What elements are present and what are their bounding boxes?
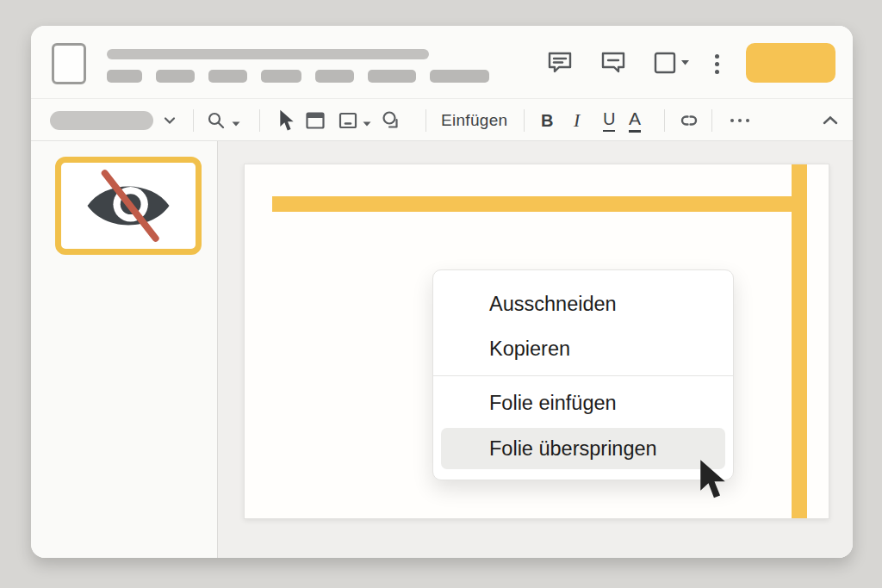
kebab-menu-icon[interactable]	[713, 50, 720, 77]
comment-icon[interactable]	[546, 49, 574, 77]
app-header	[31, 26, 853, 98]
chevron-down-icon[interactable]	[162, 113, 177, 128]
toolbar-divider	[193, 109, 194, 132]
editing-canvas: Ausschneiden Kopieren Folie einfügen Fol…	[218, 141, 853, 558]
share-button[interactable]	[746, 43, 835, 83]
toolbar-divider	[711, 109, 712, 132]
menu-divider	[433, 375, 733, 376]
select-tool-icon[interactable]	[277, 109, 296, 132]
toolbar-divider	[425, 109, 426, 132]
menu-item-placeholder[interactable]	[261, 70, 301, 83]
present-button[interactable]	[653, 51, 690, 75]
menu-item-skip-slide[interactable]: Folie überspringen	[441, 428, 725, 469]
menu-bar-placeholder	[107, 70, 489, 83]
toolbar-divider	[524, 109, 525, 132]
app-logo-icon[interactable]	[52, 43, 86, 84]
slide-filmstrip-panel	[31, 141, 218, 558]
slide-vertical-accent-bar[interactable]	[792, 164, 807, 518]
menu-item-cut[interactable]: Ausschneiden	[433, 282, 733, 326]
app-window: Einfügen B I U A	[31, 26, 853, 558]
content-area: Ausschneiden Kopieren Folie einfügen Fol…	[31, 141, 853, 558]
text-color-button[interactable]: A	[629, 99, 641, 142]
insert-link-icon[interactable]	[679, 110, 699, 131]
caret-down-icon[interactable]	[231, 116, 241, 125]
toolbar-divider	[259, 109, 260, 132]
bold-button[interactable]: B	[541, 99, 553, 142]
underline-button[interactable]: U	[603, 99, 615, 142]
collapse-toolbar-icon[interactable]	[822, 113, 839, 128]
menu-item-placeholder[interactable]	[107, 70, 142, 83]
menu-item-copy[interactable]: Kopieren	[433, 326, 733, 371]
caret-down-icon[interactable]	[362, 116, 372, 125]
menu-item-placeholder[interactable]	[156, 70, 195, 83]
menu-item-placeholder[interactable]	[368, 70, 416, 83]
italic-button[interactable]: I	[574, 99, 580, 142]
menu-item-placeholder[interactable]	[430, 70, 489, 83]
text-box-icon[interactable]	[338, 110, 358, 131]
shape-tool-icon[interactable]	[381, 110, 401, 131]
mouse-pointer-icon	[697, 458, 729, 501]
chevron-down-icon	[680, 59, 690, 66]
new-slide-icon[interactable]	[305, 110, 326, 131]
toolbar-divider	[664, 109, 665, 132]
search-zoom-icon[interactable]	[206, 110, 227, 131]
insert-menu-button[interactable]: Einfügen	[441, 99, 507, 142]
slide-horizontal-accent-bar[interactable]	[272, 196, 807, 212]
context-menu: Ausschneiden Kopieren Folie einfügen Fol…	[432, 269, 734, 480]
menu-item-placeholder[interactable]	[208, 70, 247, 83]
slide-thumbnail-skipped[interactable]	[55, 157, 202, 255]
eye-crossed-icon	[78, 168, 179, 244]
comment-resolve-icon[interactable]	[599, 49, 627, 77]
more-options-icon[interactable]	[730, 99, 749, 142]
zoom-dropdown-placeholder[interactable]	[50, 111, 153, 130]
toolbar: Einfügen B I U A	[31, 98, 853, 141]
document-title-placeholder[interactable]	[107, 49, 429, 59]
menu-item-placeholder[interactable]	[315, 70, 354, 83]
menu-item-insert-slide[interactable]: Folie einfügen	[433, 381, 733, 425]
